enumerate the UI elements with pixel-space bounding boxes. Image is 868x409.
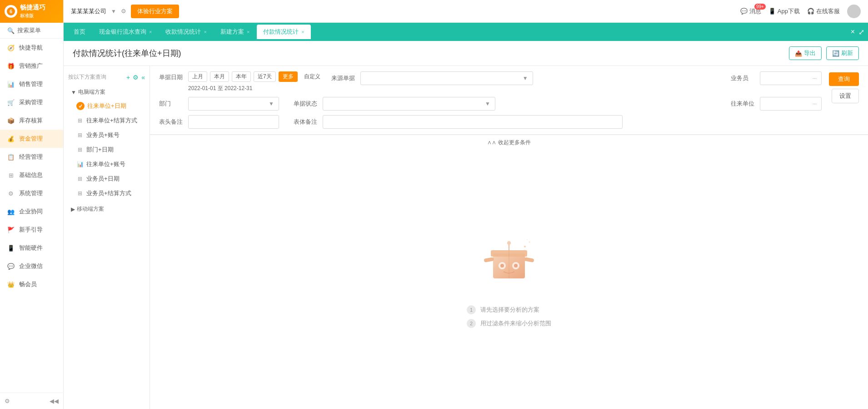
- user-avatar[interactable]: [847, 5, 861, 18]
- sidebar-item-system[interactable]: ⚙ 系统管理: [0, 184, 63, 202]
- trial-btn[interactable]: 体验行业方案: [131, 5, 179, 18]
- chevron-right-icon: ▶: [71, 206, 75, 212]
- sidebar-item-operations[interactable]: 📋 经营管理: [0, 148, 63, 166]
- sidebar-item-member[interactable]: 👑 畅会员: [0, 275, 63, 293]
- sidebar-item-basic[interactable]: ⊞ 基础信息: [0, 166, 63, 184]
- panel-title: 按以下方案查询: [68, 73, 106, 81]
- sidebar-item-hardware[interactable]: 📱 智能硬件: [0, 239, 63, 257]
- scheme-item-unit-settlement[interactable]: ⊞ 往来单位+结算方式: [64, 113, 150, 128]
- body-note-input[interactable]: [323, 115, 623, 129]
- online-service-btn[interactable]: 🎧 在线客服: [807, 7, 840, 15]
- active-scheme-icon: [76, 102, 85, 110]
- tab-receipt-stats[interactable]: 收款情况统计 ×: [159, 25, 213, 39]
- tab-bank-flow[interactable]: 现金银行流水查询 ×: [93, 25, 158, 39]
- scheme-item-staff-account[interactable]: ⊞ 业务员+账号: [64, 128, 150, 142]
- tab-payment-stats-close[interactable]: ×: [301, 29, 304, 35]
- header-note-input[interactable]: [188, 115, 279, 129]
- sidebar-item-label: 新手引导: [19, 226, 43, 234]
- chevron-down-icon: ▼: [71, 89, 76, 96]
- source-doc-select[interactable]: ▼: [360, 71, 533, 85]
- scheme-item-unit-date[interactable]: 往来单位+日期: [64, 99, 150, 113]
- more-dates-btn[interactable]: 更多: [279, 71, 298, 82]
- partner-select[interactable]: ···: [760, 97, 822, 111]
- company-name: 某某某某公司: [71, 7, 106, 15]
- svg-rect-9: [484, 257, 494, 263]
- tab-new-scheme[interactable]: 新建方案 ×: [214, 25, 256, 39]
- scheme-item-unit-account[interactable]: 📊 往来单位+账号: [64, 157, 150, 172]
- scheme-item-dept-date[interactable]: ⊞ 部门+日期: [64, 142, 150, 157]
- collapse-more-btn[interactable]: ∧∧ 收起更多条件: [150, 135, 868, 150]
- sidebar-search[interactable]: 🔍 搜索菜单: [0, 23, 63, 39]
- table-icon: ⊞: [76, 190, 84, 197]
- shopping-icon: 🛒: [6, 98, 15, 107]
- scheme-item-label: 业务员+结算方式: [86, 189, 131, 197]
- staff-dots: ···: [813, 76, 817, 81]
- sidebar-item-enterprise[interactable]: 👥 企业协同: [0, 202, 63, 221]
- dept-label: 部门: [159, 100, 185, 108]
- sidebar: 6 畅捷通巧 标准版 🔍 搜索菜单 🧭 快捷导航 🎁 营销推广 📊 销售管理 🛒…: [0, 0, 64, 409]
- tab-bank-flow-label: 现金银行流水查询: [99, 28, 146, 36]
- settings-scheme-btn[interactable]: ⚙: [133, 74, 139, 81]
- scheme-group-desktop-title[interactable]: ▼ 电脑端方案: [64, 86, 150, 99]
- tab-new-scheme-label: 新建方案: [220, 28, 244, 36]
- scheme-item-staff-date[interactable]: ⊞ 业务员+日期: [64, 172, 150, 186]
- close-all-tabs-btn[interactable]: ×: [851, 28, 855, 36]
- dropdown-arrow-icon[interactable]: ▼: [111, 8, 116, 15]
- sidebar-item-quick-nav[interactable]: 🧭 快捷导航: [0, 39, 63, 57]
- this-year-btn[interactable]: 本年: [232, 71, 251, 82]
- left-panel: 按以下方案查询 + ⚙ « ▼ 电脑端方案: [64, 66, 150, 409]
- filter-settings-btn[interactable]: 设置: [832, 89, 859, 103]
- tab-bank-flow-close[interactable]: ×: [149, 29, 152, 35]
- tab-payment-stats-label: 付款情况统计: [263, 28, 299, 36]
- sidebar-item-finance[interactable]: 💰 资金管理: [0, 130, 63, 148]
- doc-status-label: 单据状态: [294, 100, 319, 108]
- topbar-settings-icon[interactable]: ⚙: [121, 8, 126, 15]
- dept-select[interactable]: ▼: [188, 97, 279, 111]
- last-7-days-btn[interactable]: 近7天: [254, 71, 276, 82]
- last-month-btn[interactable]: 上月: [188, 71, 207, 82]
- refresh-btn[interactable]: 🔄 刷新: [826, 46, 859, 60]
- collapse-panel-btn[interactable]: «: [141, 74, 145, 81]
- sidebar-item-label: 快捷导航: [19, 44, 43, 52]
- message-count: 99+: [754, 4, 766, 10]
- custom-date-btn[interactable]: 自定义: [300, 72, 324, 81]
- sidebar-item-inventory[interactable]: 📦 库存核算: [0, 111, 63, 130]
- app-download-btn[interactable]: 📱 App下载: [768, 7, 800, 15]
- query-btn[interactable]: 查询: [829, 72, 859, 86]
- left-panel-header: 按以下方案查询 + ⚙ «: [64, 71, 150, 84]
- empty-step-1: 1 请先选择要分析的方案: [467, 305, 551, 314]
- sidebar-item-label: 营销推广: [19, 62, 43, 70]
- tab-home[interactable]: 首页: [67, 25, 92, 39]
- scheme-item-label: 往来单位+结算方式: [86, 116, 137, 125]
- sidebar-item-guide[interactable]: 🚩 新手引导: [0, 221, 63, 239]
- staff-select[interactable]: ···: [760, 71, 822, 85]
- sidebar-item-purchase[interactable]: 🛒 采购管理: [0, 93, 63, 111]
- service-icon: 🎧: [807, 8, 814, 15]
- scheme-item-staff-settlement[interactable]: ⊞ 业务员+结算方式: [64, 186, 150, 201]
- tab-new-scheme-close[interactable]: ×: [247, 29, 249, 35]
- main-area: 某某某某公司 ▼ ⚙ 体验行业方案 💬 消息 99+ 📱 App下载 🎧 在线客…: [64, 0, 868, 409]
- expand-tabs-btn[interactable]: ⤢: [858, 28, 864, 36]
- crown-icon: 👑: [6, 280, 15, 289]
- sidebar-settings-icon[interactable]: ⚙: [5, 398, 10, 404]
- add-scheme-btn[interactable]: +: [126, 74, 130, 81]
- this-month-btn[interactable]: 本月: [210, 71, 229, 82]
- export-icon: 📤: [795, 50, 802, 57]
- doc-status-select[interactable]: ▼: [323, 97, 495, 111]
- content-area: 按以下方案查询 + ⚙ « ▼ 电脑端方案: [64, 66, 868, 409]
- message-badge[interactable]: 💬 消息 99+: [740, 7, 761, 15]
- page-title: 付款情况统计(往来单位+日期): [73, 48, 181, 59]
- sidebar-item-weixin[interactable]: 💬 企业微信: [0, 257, 63, 275]
- collapse-label: 收起更多条件: [498, 139, 531, 146]
- sidebar-item-marketing[interactable]: 🎁 营销推广: [0, 57, 63, 75]
- step-2-num: 2: [467, 319, 476, 328]
- settings-icon: ⚙: [6, 189, 15, 198]
- app-download-label: App下载: [778, 7, 800, 15]
- sidebar-collapse-icon[interactable]: ◀◀: [50, 398, 59, 404]
- tab-payment-stats[interactable]: 付款情况统计 ×: [257, 25, 310, 39]
- sidebar-item-sales[interactable]: 📊 销售管理: [0, 75, 63, 93]
- tab-receipt-stats-close[interactable]: ×: [204, 29, 206, 35]
- scheme-group-mobile-title[interactable]: ▶ 移动端方案: [64, 202, 150, 216]
- page-actions: 📤 导出 🔄 刷新: [789, 46, 859, 60]
- export-btn[interactable]: 📤 导出: [789, 46, 822, 60]
